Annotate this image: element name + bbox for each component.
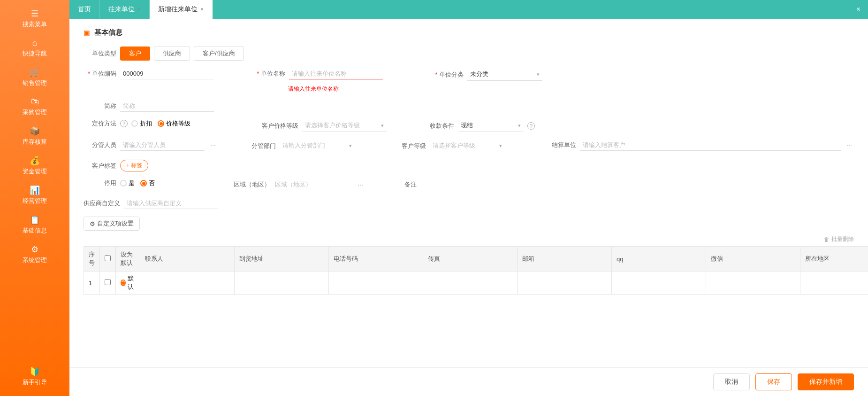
- pricing-help-icon[interactable]: ?: [120, 120, 128, 127]
- supplier-custom-label: 供应商自定义: [84, 199, 120, 208]
- col-contact: 联系人: [140, 247, 235, 272]
- payment-terms-arrow: ▾: [518, 123, 521, 129]
- manager-input[interactable]: [120, 140, 205, 151]
- sidebar-item-inventory[interactable]: 📦 库存核算: [0, 121, 69, 151]
- default-radio[interactable]: 默认: [121, 274, 135, 291]
- row-delivery[interactable]: [235, 272, 329, 295]
- settlement-more-btn[interactable]: ···: [845, 141, 854, 149]
- sidebar-item-purchase[interactable]: 🛍 采购管理: [0, 92, 69, 121]
- row-region[interactable]: [800, 272, 868, 295]
- tags-row: 客户标签 + 标签: [84, 160, 854, 171]
- row-wechat[interactable]: [706, 272, 800, 295]
- tab-new-partner-label: 新增往来单位: [158, 5, 198, 14]
- customer-price-select[interactable]: 请选择客户价格等级 ▾: [302, 119, 387, 132]
- unit-name-input[interactable]: [289, 68, 383, 79]
- tab-partner-close[interactable]: ×: [137, 6, 141, 13]
- payment-terms-select[interactable]: 现结 ▾: [458, 119, 524, 132]
- tab-new-partner-close[interactable]: ×: [200, 6, 204, 13]
- settlement-label: 结算单位: [543, 141, 576, 149]
- row-contact[interactable]: [140, 272, 235, 295]
- settlement-input[interactable]: [580, 140, 841, 151]
- sidebar-item-basic-info[interactable]: 📋 基础信息: [0, 210, 69, 240]
- add-tag-button[interactable]: + 标签: [120, 160, 148, 171]
- customer-level-select[interactable]: 请选择客户等级 ▾: [430, 140, 505, 152]
- col-seq: 序号: [84, 247, 100, 272]
- pricing-method-label: 定价方法: [84, 119, 116, 128]
- row-qq[interactable]: [612, 272, 706, 295]
- disable-region-row: 停用 是 否 区域（地区） ··· 备注: [84, 179, 854, 190]
- basic-info-icon: 📋: [30, 215, 40, 225]
- sidebar-item-search[interactable]: ☰ 搜索菜单: [0, 4, 69, 33]
- sidebar-item-system[interactable]: ⚙ 系统管理: [0, 240, 69, 269]
- save-button[interactable]: 保存: [755, 373, 792, 390]
- department-select[interactable]: 请输入分管部门 ▾: [280, 140, 355, 152]
- col-phone: 电话号码: [329, 247, 423, 272]
- col-checkbox[interactable]: [100, 247, 116, 272]
- region-more-btn[interactable]: ···: [356, 181, 365, 188]
- sidebar-item-guide[interactable]: 🔰 新手引导: [0, 362, 69, 391]
- custom-settings-button[interactable]: ⚙ 自定义项设置: [84, 217, 140, 231]
- batch-delete-area: 🗑 批量删除: [84, 235, 854, 243]
- batch-delete-label: 批量删除: [831, 235, 854, 243]
- select-all-checkbox[interactable]: [105, 255, 111, 261]
- tab-partner[interactable]: 往来单位 ×: [100, 0, 150, 19]
- row-email[interactable]: [518, 272, 612, 295]
- pricing-discount-label: 折扣: [140, 119, 152, 128]
- section-title: ▣ 基本信息: [84, 28, 854, 37]
- alias-input[interactable]: [120, 101, 214, 112]
- manager-more-btn[interactable]: ···: [208, 141, 218, 149]
- payment-help-icon[interactable]: ?: [527, 122, 535, 130]
- row-phone[interactable]: [329, 272, 423, 295]
- cancel-button[interactable]: 取消: [713, 373, 750, 390]
- main-area: 首页 往来单位 × 新增往来单位 × × ▣ 基本信息 单位类型 客户 供应商 …: [69, 0, 868, 396]
- unit-category-select[interactable]: 未分类 ▾: [467, 68, 542, 81]
- pricing-price-level-radio[interactable]: 价格等级: [158, 119, 190, 128]
- unit-type-customer-btn[interactable]: 客户: [120, 47, 150, 61]
- tab-new-partner[interactable]: 新增往来单位 ×: [150, 0, 213, 19]
- sidebar-item-finance[interactable]: 💰 资金管理: [0, 151, 69, 180]
- batch-delete-icon: 🗑: [824, 236, 830, 243]
- sidebar: ☰ 搜索菜单 ⌂ 快捷导航 🛒 销售管理 🛍 采购管理 📦 库存核算 💰 资金管…: [0, 0, 69, 396]
- supplier-custom-row: 供应商自定义: [84, 198, 854, 209]
- unit-type-both-btn[interactable]: 客户/供应商: [194, 47, 244, 61]
- sidebar-item-sales[interactable]: 🛒 销售管理: [0, 62, 69, 92]
- alias-group: 简称: [84, 101, 234, 112]
- customer-level-label: 客户等级: [393, 142, 426, 150]
- row-select-checkbox[interactable]: [105, 279, 111, 285]
- unit-code-input[interactable]: [120, 68, 214, 79]
- sidebar-item-label: 库存核算: [23, 138, 47, 146]
- manager-label: 分管人员: [84, 141, 116, 149]
- sidebar-item-operation[interactable]: 📊 经营管理: [0, 180, 69, 210]
- region-group: 区域（地区） ···: [234, 179, 365, 190]
- unit-type-supplier-btn[interactable]: 供应商: [154, 47, 190, 61]
- pricing-price-level-radio-circle: [158, 120, 164, 127]
- form-content: ▣ 基本信息 单位类型 客户 供应商 客户/供应商 单位编码 单位名称: [69, 19, 868, 367]
- department-group: 分管部门 请输入分管部门 ▾: [243, 140, 374, 152]
- col-default: 设为默认: [116, 247, 140, 272]
- batch-delete-button[interactable]: 🗑 批量删除: [824, 235, 854, 243]
- pricing-discount-radio[interactable]: 折扣: [131, 119, 152, 128]
- supplier-custom-input[interactable]: [124, 198, 218, 209]
- row-checkbox[interactable]: [100, 272, 116, 295]
- pricing-radio-group: 折扣 价格等级: [131, 119, 190, 128]
- window-close-button[interactable]: ×: [849, 0, 868, 19]
- tab-partner-label: 往来单位: [108, 5, 135, 14]
- disable-yes-circle: [120, 180, 127, 186]
- manager-row: 分管人员 ··· 分管部门 请输入分管部门 ▾ 客户等级 请选择客户等级 ▾ 结…: [84, 140, 854, 152]
- row-fax[interactable]: [423, 272, 518, 295]
- save-new-button[interactable]: 保存并新增: [798, 373, 854, 390]
- region-input[interactable]: [272, 179, 352, 190]
- sidebar-item-quick-nav[interactable]: ⌂ 快捷导航: [0, 33, 69, 62]
- pricing-method-group: 定价方法 ? 折扣 价格等级: [84, 119, 243, 128]
- tab-home[interactable]: 首页: [69, 0, 100, 19]
- disable-no-radio[interactable]: 否: [140, 179, 155, 187]
- unit-code-group: 单位编码: [84, 68, 234, 79]
- contact-table: 序号 设为默认 联系人 到货地址 电话号码 传真 邮箱 qq 微信 所在地区 操…: [84, 246, 868, 295]
- disable-yes-radio[interactable]: 是: [120, 179, 135, 187]
- category-dropdown-arrow: ▾: [537, 71, 540, 78]
- pricing-price-level-label: 价格等级: [166, 119, 190, 128]
- table-row: 1 默认: [84, 272, 868, 295]
- remark-input[interactable]: [420, 179, 854, 190]
- department-arrow: ▾: [349, 143, 352, 149]
- sidebar-item-label: 资金管理: [23, 167, 47, 176]
